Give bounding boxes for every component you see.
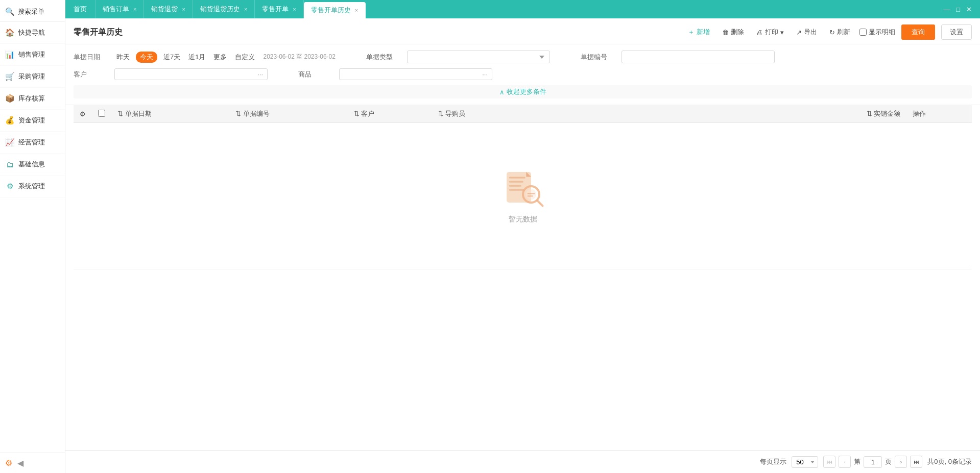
display-detail-label: 显示明细 <box>869 28 895 37</box>
collapse-more-btn[interactable]: ∧ 收起更多条件 <box>74 85 972 98</box>
refresh-button[interactable]: ↻ 刷新 <box>826 26 853 39</box>
total-info: 共0页, 0条记录 <box>927 457 972 466</box>
filter-area: 单据日期 昨天 今天 近7天 近1月 更多 自定义 2023-06-02 至 2… <box>65 44 980 105</box>
doc-type-select[interactable] <box>407 51 550 63</box>
svg-rect-1 <box>509 177 525 179</box>
empty-state: 暂无数据 <box>80 127 966 265</box>
export-button[interactable]: ↗ 导出 <box>793 26 820 39</box>
table-header-row: ⚙ ⇅ 单据日期 ⇅ 单据编号 <box>74 105 972 123</box>
window-maximize[interactable]: □ <box>956 6 960 13</box>
empty-text: 暂无数据 <box>509 215 537 224</box>
sidebar-item-quick-nav[interactable]: 🏠 快捷导航 <box>0 22 65 44</box>
product-ellipsis-icon[interactable]: ··· <box>482 70 488 78</box>
column-settings-icon[interactable]: ⚙ <box>80 110 86 118</box>
display-detail-input[interactable] <box>859 29 867 36</box>
delete-button[interactable]: 🗑 删除 <box>719 26 747 39</box>
doc-no-filter-label: 单据编号 <box>581 53 611 62</box>
page-input[interactable] <box>864 456 882 468</box>
sidebar-item-inventory[interactable]: 📦 库存核算 <box>0 88 65 110</box>
first-page-btn[interactable]: ⏮ <box>823 456 835 468</box>
col-amount-sort-icon[interactable]: ⇅ <box>867 110 872 117</box>
date-today[interactable]: 今天 <box>136 52 157 63</box>
col-date-sort-icon[interactable]: ⇅ <box>117 110 123 117</box>
tab-home-label: 首页 <box>74 5 87 14</box>
tab-sales-order[interactable]: 销售订单 × <box>95 0 144 18</box>
customer-input[interactable] <box>119 70 257 78</box>
tab-sales-return-history[interactable]: 销货退货历史 × <box>193 0 255 18</box>
table-settings-th[interactable]: ⚙ <box>74 105 92 123</box>
date-yesterday[interactable]: 昨天 <box>114 52 132 63</box>
collapse-icon: ∧ <box>499 88 505 96</box>
cart-icon: 🛒 <box>5 72 14 81</box>
folder-icon: 🗂 <box>5 160 14 169</box>
table-head: ⚙ ⇅ 单据日期 ⇅ 单据编号 <box>74 105 972 123</box>
sidebar-item-finance[interactable]: 💰 资金管理 <box>0 110 65 132</box>
gear-bottom-icon[interactable]: ⚙ <box>5 458 12 468</box>
tab-retail-open-history-close[interactable]: × <box>355 7 358 13</box>
tab-retail-open-history-label: 零售开单历史 <box>311 6 351 15</box>
tab-retail-open-history[interactable]: 零售开单历史 × <box>304 2 366 18</box>
customer-ellipsis-icon[interactable]: ··· <box>257 70 263 78</box>
date-last-month[interactable]: 近1月 <box>186 52 207 63</box>
next-page-btn[interactable]: › <box>895 456 907 468</box>
window-minimize[interactable]: — <box>943 6 950 13</box>
date-filter-label: 单据日期 <box>74 53 104 62</box>
tab-sales-return-history-close[interactable]: × <box>244 6 247 12</box>
sidebar-item-sales-mgmt[interactable]: 📊 销售管理 <box>0 44 65 66</box>
sidebar-search[interactable]: 🔍 搜索采单 <box>0 0 65 22</box>
product-filter-label: 商品 <box>298 70 329 79</box>
delete-icon: 🗑 <box>722 29 729 36</box>
export-label: 导出 <box>804 28 817 37</box>
tab-sales-return[interactable]: 销货退货 × <box>144 0 193 18</box>
tab-sales-order-label: 销售订单 <box>103 5 129 14</box>
page-content: 零售开单历史 ＋ 新增 🗑 删除 🖨 打印 ▾ ↗ 导出 <box>65 18 980 473</box>
search-icon: 🔍 <box>5 7 15 16</box>
col-salesperson-sort-icon[interactable]: ⇅ <box>438 110 444 117</box>
table-footer: 每页显示 10 20 50 100 ⏮ ‹ 第 页 › ⏭ 共0页, 0条记录 <box>65 450 980 473</box>
display-detail-checkbox[interactable]: 显示明细 <box>859 28 895 37</box>
select-all-checkbox[interactable] <box>98 110 105 117</box>
tab-sales-order-close[interactable]: × <box>133 6 136 12</box>
window-close[interactable]: ✕ <box>966 6 972 13</box>
page-label-pre: 第 <box>854 457 861 466</box>
date-more[interactable]: 更多 <box>211 52 229 63</box>
sidebar: 🔍 搜索采单 🏠 快捷导航 📊 销售管理 🛒 采购管理 📦 库存核算 💰 资金管… <box>0 0 65 473</box>
customer-filter-label: 客户 <box>74 70 104 79</box>
doc-type-filter-label: 单据类型 <box>366 53 397 62</box>
sidebar-item-label: 销售管理 <box>18 50 45 59</box>
sidebar-item-label: 系统管理 <box>18 182 45 191</box>
query-button[interactable]: 查询 <box>901 24 935 40</box>
col-spacer <box>533 105 788 123</box>
tab-sales-return-close[interactable]: × <box>182 6 185 12</box>
print-label: 打印 <box>765 28 778 37</box>
product-input[interactable] <box>344 70 482 78</box>
delete-label: 删除 <box>731 28 744 37</box>
page-size-label: 每页显示 <box>760 457 786 466</box>
print-button[interactable]: 🖨 打印 ▾ <box>753 26 787 39</box>
data-table: ⚙ ⇅ 单据日期 ⇅ 单据编号 <box>74 105 972 269</box>
sidebar-item-operations[interactable]: 📈 经营管理 <box>0 132 65 154</box>
sidebar-item-label: 快捷导航 <box>18 28 45 37</box>
col-salesperson-label: 导购员 <box>445 110 465 117</box>
sidebar-bottom: ⚙ ◀ <box>0 453 65 473</box>
tab-sales-return-label: 销货退货 <box>151 5 178 14</box>
tab-home[interactable]: 首页 <box>65 0 95 18</box>
add-button[interactable]: ＋ 新增 <box>685 26 713 39</box>
print-icon: 🖨 <box>756 29 763 36</box>
tab-retail-open-close[interactable]: × <box>293 6 296 12</box>
page-size-select[interactable]: 10 20 50 100 <box>792 456 818 468</box>
sidebar-item-base-info[interactable]: 🗂 基础信息 <box>0 154 65 176</box>
setting-button[interactable]: 设置 <box>941 24 972 40</box>
col-no-sort-icon[interactable]: ⇅ <box>235 110 241 117</box>
tab-retail-open[interactable]: 零售开单 × <box>255 0 303 18</box>
sidebar-item-sys-mgmt[interactable]: ⚙ 系统管理 <box>0 176 65 197</box>
sidebar-item-purchase-mgmt[interactable]: 🛒 采购管理 <box>0 66 65 88</box>
last-page-btn[interactable]: ⏭ <box>910 456 922 468</box>
date-custom[interactable]: 自定义 <box>233 52 257 63</box>
doc-no-input[interactable] <box>622 51 775 63</box>
date-last7days[interactable]: 近7天 <box>161 52 182 63</box>
add-label: 新增 <box>697 28 710 37</box>
prev-page-btn[interactable]: ‹ <box>839 456 851 468</box>
col-customer-sort-icon[interactable]: ⇅ <box>354 110 360 117</box>
collapse-sidebar-icon[interactable]: ◀ <box>17 458 23 468</box>
